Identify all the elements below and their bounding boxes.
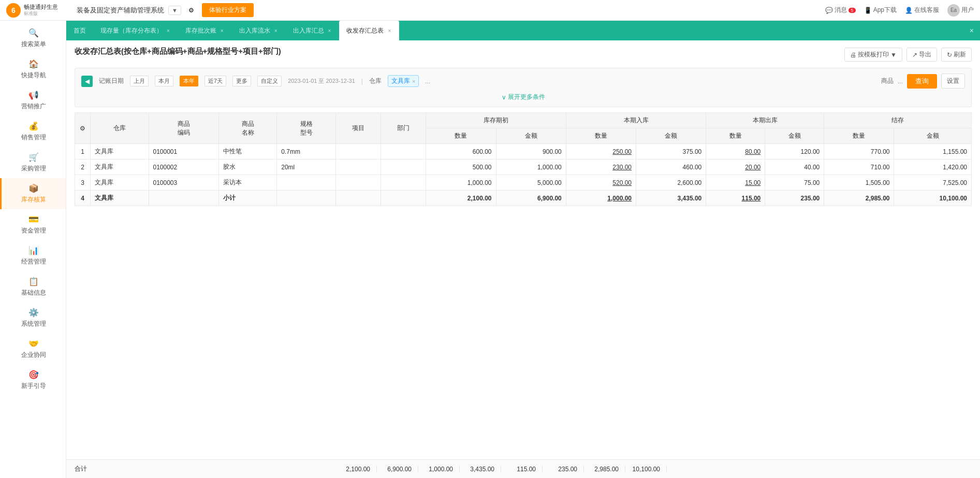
tab-close-batch[interactable]: × bbox=[220, 27, 225, 34]
export-button[interactable]: ↗ 导出 bbox=[906, 48, 937, 62]
expand-more-button[interactable]: ∨ 展开更多条件 bbox=[502, 93, 545, 102]
table-cell: 500.00 bbox=[426, 160, 496, 175]
online-service-item[interactable]: 👤 在线客服 bbox=[905, 6, 939, 15]
th-out-qty: 数量 bbox=[706, 128, 765, 144]
tab-stock-distribution[interactable]: 现存量（库存分布表） × bbox=[93, 21, 178, 40]
table-row: 1文具库0100001中性笔0.7mm600.00900.00250.00375… bbox=[75, 144, 972, 160]
table-cell bbox=[381, 144, 426, 160]
th-settings: ⚙ bbox=[75, 113, 91, 144]
th-bal-qty: 数量 bbox=[824, 128, 894, 144]
user-label: 用户 bbox=[961, 6, 974, 15]
online-service-label: 在线客服 bbox=[914, 6, 939, 15]
table-cell[interactable]: 230.00 bbox=[566, 160, 636, 175]
table-cell: 1 bbox=[75, 144, 91, 160]
sidebar-item-sales[interactable]: 💰 销售管理 bbox=[0, 116, 66, 147]
table-row: 3文具库0100003采访本1,000.005,000.00520.002,60… bbox=[75, 175, 972, 191]
tab-inout-flow[interactable]: 出入库流水 × bbox=[232, 21, 286, 40]
table-cell: 中性笔 bbox=[218, 144, 277, 160]
date-btn-7days[interactable]: 近7天 bbox=[204, 76, 226, 86]
table-cell bbox=[336, 160, 381, 175]
sidebar-item-finance[interactable]: 💳 资金管理 bbox=[0, 209, 66, 240]
tab-close-inout-flow[interactable]: × bbox=[273, 27, 279, 34]
warehouse-more[interactable]: ... bbox=[425, 78, 430, 85]
tab-stock-summary[interactable]: 收发存汇总表 × bbox=[339, 21, 399, 40]
header-right: 💬 消息 5 📱 App下载 👤 在线客服 Ea 用户 bbox=[825, 4, 974, 17]
table-cell[interactable]: 115.00 bbox=[706, 191, 765, 206]
app-download-item[interactable]: 📱 App下载 bbox=[864, 6, 897, 15]
th-project: 项目 bbox=[336, 113, 381, 144]
th-opening: 库存期初 bbox=[426, 113, 566, 128]
th-goods-code: 商品编码 bbox=[149, 113, 218, 144]
table-cell bbox=[149, 191, 218, 206]
sidebar-item-search[interactable]: 🔍 搜索菜单 bbox=[0, 23, 66, 54]
tab-inout-summary[interactable]: 出入库汇总 × bbox=[286, 21, 340, 40]
date-btn-this-month[interactable]: 本月 bbox=[155, 76, 173, 86]
table-cell: 1,000.00 bbox=[496, 160, 566, 175]
print-button[interactable]: 🖨 按模板打印 ▼ bbox=[844, 48, 902, 62]
table-cell[interactable]: 15.00 bbox=[706, 175, 765, 191]
warehouse-tag-close[interactable]: × bbox=[412, 78, 415, 84]
table-cell: 胶水 bbox=[218, 160, 277, 175]
tab-close-stock-summary[interactable]: × bbox=[387, 27, 392, 34]
table-cell[interactable]: 80.00 bbox=[706, 144, 765, 160]
table-cell bbox=[381, 175, 426, 191]
table-cell: 6,900.00 bbox=[496, 191, 566, 206]
tab-home[interactable]: 首页 bbox=[66, 21, 93, 40]
sidebar-item-business[interactable]: 📊 经营管理 bbox=[0, 240, 66, 271]
logo-area: 6 畅捷通好生意 标准版 bbox=[6, 3, 72, 18]
date-btn-this-year[interactable]: 本年 bbox=[180, 76, 198, 86]
sidebar-item-marketing[interactable]: 📢 营销推广 bbox=[0, 85, 66, 116]
table-cell[interactable]: 520.00 bbox=[566, 175, 636, 191]
filter-expand-button[interactable]: ◀ bbox=[81, 76, 93, 87]
table-cell: 1,155.00 bbox=[894, 144, 972, 160]
footer-bal-amt: 10,100.00 bbox=[625, 466, 667, 473]
table-cell[interactable]: 1,000.00 bbox=[566, 191, 636, 206]
tab-close-stock-distribution[interactable]: × bbox=[166, 27, 171, 34]
th-dept: 部门 bbox=[381, 113, 426, 144]
filter-bar: ◀ 记账日期 上月 本月 本年 近7天 更多 自定义 2023-01-01 至 … bbox=[75, 68, 972, 107]
inventory-icon: 📦 bbox=[28, 183, 39, 193]
sidebar-item-quicknav[interactable]: 🏠 快捷导航 bbox=[0, 54, 66, 85]
sidebar-item-inventory[interactable]: 📦 库存核算 bbox=[0, 178, 66, 209]
sidebar-item-basic-info[interactable]: 📋 基础信息 bbox=[0, 271, 66, 302]
trial-button[interactable]: 体验行业方案 bbox=[202, 3, 254, 17]
table-cell: 0100001 bbox=[149, 144, 218, 160]
table-cell bbox=[336, 144, 381, 160]
message-item[interactable]: 💬 消息 5 bbox=[825, 6, 856, 15]
table-cell bbox=[277, 175, 336, 191]
settings-button[interactable]: 设置 bbox=[941, 74, 965, 89]
sidebar-item-system[interactable]: ⚙️ 系统管理 bbox=[0, 302, 66, 334]
table-cell: 1,000.00 bbox=[426, 175, 496, 191]
table-cell: 40.00 bbox=[765, 160, 824, 175]
user-item[interactable]: Ea 用户 bbox=[947, 4, 974, 17]
tab-bar-close[interactable]: × bbox=[970, 26, 974, 35]
query-button[interactable]: 查询 bbox=[907, 74, 937, 89]
warehouse-label: 仓库 bbox=[369, 77, 382, 85]
goods-more[interactable]: ... bbox=[898, 78, 903, 85]
settings-icon[interactable]: ⚙ bbox=[185, 4, 198, 17]
goods-label: 商品 bbox=[881, 77, 894, 85]
date-btn-more[interactable]: 更多 bbox=[232, 76, 251, 86]
date-btn-last-month[interactable]: 上月 bbox=[130, 76, 149, 86]
table-cell: 3 bbox=[75, 175, 91, 191]
table-cell: 5,000.00 bbox=[496, 175, 566, 191]
sidebar-item-purchase[interactable]: 🛒 采购管理 bbox=[0, 147, 66, 178]
table-cell: 2 bbox=[75, 160, 91, 175]
sidebar-item-newbie[interactable]: 🎯 新手引导 bbox=[0, 365, 66, 396]
table-cell: 1,420.00 bbox=[894, 160, 972, 175]
table-cell[interactable]: 20.00 bbox=[706, 160, 765, 175]
sales-icon: 💰 bbox=[28, 121, 39, 131]
date-btn-custom[interactable]: 自定义 bbox=[257, 76, 282, 86]
system-title: 装备及固定资产辅助管理系统 bbox=[77, 6, 164, 15]
refresh-button[interactable]: ↻ 刷新 bbox=[941, 48, 972, 62]
th-goods-spec: 规格型号 bbox=[277, 113, 336, 144]
tab-close-inout-summary[interactable]: × bbox=[327, 27, 332, 34]
page-content: 收发存汇总表(按仓库+商品编码+商品+规格型号+项目+部门) 🖨 按模板打印 ▼… bbox=[66, 40, 980, 459]
sidebar-item-enterprise[interactable]: 🤝 企业协同 bbox=[0, 334, 66, 365]
tab-batch-account[interactable]: 库存批次账 × bbox=[178, 21, 232, 40]
table-cell: 900.00 bbox=[496, 144, 566, 160]
table-cell bbox=[277, 191, 336, 206]
system-dropdown[interactable]: ▼ bbox=[168, 6, 181, 15]
table-cell: 文具库 bbox=[91, 144, 149, 160]
table-cell[interactable]: 250.00 bbox=[566, 144, 636, 160]
